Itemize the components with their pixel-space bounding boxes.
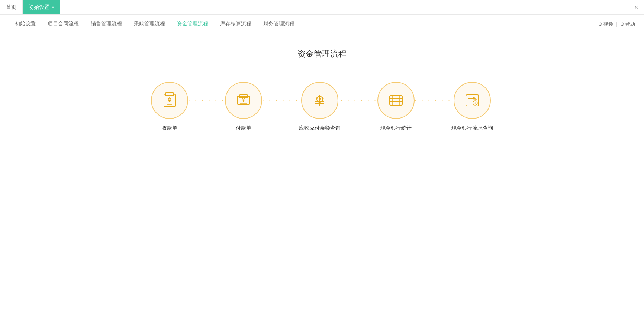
bank-flow-label: 现金银行流水查询 xyxy=(451,125,493,132)
home-tab[interactable]: 首页 xyxy=(0,0,23,14)
nav-item-project-contract[interactable]: 项目合同流程 xyxy=(42,15,85,33)
help-label: 帮助 xyxy=(625,21,635,28)
bank-stats-icon-wrapper xyxy=(377,82,415,119)
window-close-icon: × xyxy=(635,4,638,11)
nav-item-initial-setup[interactable]: 初始设置 xyxy=(9,15,42,33)
bank-stats-label: 现金银行统计 xyxy=(380,125,412,132)
nav-label: 采购管理流程 xyxy=(134,20,165,27)
connector-2: · · · · · · xyxy=(262,96,299,117)
nav-item-purchase[interactable]: 采购管理流程 xyxy=(128,15,171,33)
receipt-income-icon-wrapper: ¥ xyxy=(151,82,188,119)
top-bar: 首页 初始设置 × × xyxy=(0,0,644,15)
help-icon: ⊙ xyxy=(620,21,624,27)
dots-icon: · · · · · · xyxy=(188,96,225,104)
balance-query-icon-wrapper: ¥ xyxy=(301,82,338,119)
page-title: 资金管理流程 xyxy=(297,48,347,59)
bank-flow-icon-wrapper: + xyxy=(454,82,491,119)
nav-label: 财务管理流程 xyxy=(263,20,294,27)
nav-label: 初始设置 xyxy=(15,20,36,27)
nav-label: 销售管理流程 xyxy=(91,20,122,27)
svg-text:¥: ¥ xyxy=(319,97,321,101)
home-tab-label: 首页 xyxy=(6,4,16,11)
svg-text:+: + xyxy=(474,101,476,105)
dots-icon: · · · · · · xyxy=(262,96,299,104)
video-link[interactable]: ⊙ 视频 xyxy=(598,21,613,28)
nav-right: ⊙ 视频 | ⊙ 帮助 xyxy=(598,21,635,28)
nav-item-inventory[interactable]: 库存核算流程 xyxy=(214,15,257,33)
dots-icon: · · · · · · xyxy=(341,96,377,104)
balance-query-icon: ¥ xyxy=(310,91,329,110)
dots-icon: · · · · · · xyxy=(415,96,451,104)
payment-label: 付款单 xyxy=(236,125,251,132)
flow-item-receipt[interactable]: ¥ 收款单 xyxy=(151,82,188,132)
help-link[interactable]: ⊙ 帮助 xyxy=(620,21,635,28)
window-close-button[interactable]: × xyxy=(629,0,644,14)
nav-bar: 初始设置 项目合同流程 销售管理流程 采购管理流程 资金管理流程 库存核算流程 … xyxy=(0,15,644,33)
connector-1: · · · · · · xyxy=(188,96,225,117)
flow-item-bank-flow[interactable]: + 现金银行流水查询 xyxy=(451,82,493,132)
svg-rect-8 xyxy=(390,96,402,105)
active-tab[interactable]: 初始设置 × xyxy=(23,0,60,14)
bank-flow-icon: + xyxy=(463,91,482,110)
receipt-label: 收款单 xyxy=(162,125,177,132)
flow-item-balance-query[interactable]: ¥ 应收应付余额查询 xyxy=(299,82,341,132)
bank-stats-icon xyxy=(387,91,405,110)
receipt-payment-icon: ¥ xyxy=(234,91,253,110)
nav-item-finance[interactable]: 资金管理流程 xyxy=(171,15,214,33)
video-label: 视频 xyxy=(603,21,613,28)
svg-text:¥: ¥ xyxy=(242,97,245,103)
balance-query-label: 应收应付余额查询 xyxy=(299,125,341,132)
receipt-income-icon: ¥ xyxy=(160,91,179,110)
main-content: 资金管理流程 ¥ 收款单 · · · · · · xyxy=(0,33,644,146)
receipt-payment-icon-wrapper: ¥ xyxy=(225,82,262,119)
nav-label: 项目合同流程 xyxy=(48,20,79,27)
nav-label: 库存核算流程 xyxy=(220,20,251,27)
play-icon: ⊙ xyxy=(598,21,602,27)
nav-item-accounting[interactable]: 财务管理流程 xyxy=(257,15,300,33)
flow-item-bank-stats[interactable]: 现金银行统计 xyxy=(377,82,415,132)
connector-4: · · · · · · xyxy=(415,96,451,117)
nav-item-sales[interactable]: 销售管理流程 xyxy=(85,15,128,33)
close-icon[interactable]: × xyxy=(52,5,54,10)
nav-label: 资金管理流程 xyxy=(177,20,208,27)
flow-item-payment[interactable]: ¥ 付款单 xyxy=(225,82,262,132)
nav-divider: | xyxy=(616,21,617,27)
flow-container: ¥ 收款单 · · · · · · ¥ 付款单 xyxy=(99,82,545,132)
active-tab-label: 初始设置 xyxy=(29,4,49,11)
connector-3: · · · · · · xyxy=(341,96,377,117)
